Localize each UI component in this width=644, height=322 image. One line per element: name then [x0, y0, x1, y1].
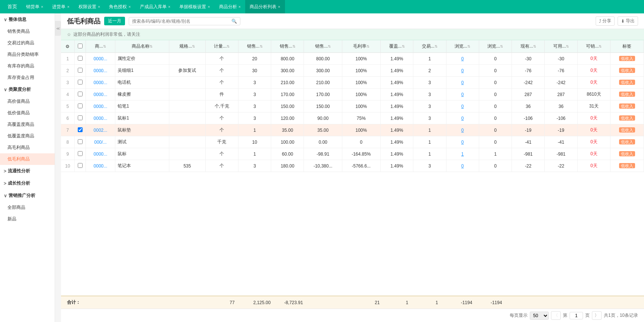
search-input[interactable] [132, 19, 231, 24]
sidebar-group-marketing[interactable]: ∨ 营销推广分析 [0, 189, 55, 202]
sidebar-item-high-coverage[interactable]: 高覆盖度商品 [0, 119, 55, 130]
nav-role-auth[interactable]: 角色授权 × [105, 0, 135, 13]
row-view1[interactable]: 0 [446, 77, 479, 89]
sidebar-group-growth[interactable]: > 成长性分析 [0, 177, 55, 189]
per-page-select[interactable]: 50 100 200 [530, 312, 549, 320]
page-input[interactable] [570, 312, 583, 319]
unit-col-header[interactable]: 计量...⇅ [205, 40, 238, 53]
row-view1[interactable]: 0 [446, 136, 479, 148]
prev-page-button[interactable]: 〈 [551, 311, 561, 320]
sidebar-item-high-value[interactable]: 高价值商品 [0, 96, 55, 107]
select-all-checkbox[interactable] [78, 44, 83, 48]
row-sales-qty: 3 [238, 77, 271, 89]
row-select-checkbox[interactable] [78, 139, 83, 144]
close-template-tab[interactable]: × [208, 4, 210, 9]
row-select-checkbox[interactable] [78, 115, 83, 120]
sidebar-item-new-goods[interactable]: 新品 [0, 213, 55, 225]
row-checkbox[interactable] [74, 112, 86, 124]
row-view1[interactable]: 0 [446, 101, 479, 112]
sales-price-col-header[interactable]: 销售...⇅ [271, 40, 304, 53]
nav-sales[interactable]: 销货单 × [22, 0, 48, 13]
share-button[interactable]: ⤴ 分享 [596, 16, 615, 26]
row-name: 铅笔1 [115, 101, 169, 112]
row-checkbox[interactable] [74, 148, 86, 160]
sales-amount-col-header[interactable]: 销售...⇅ [304, 40, 342, 53]
row-view1[interactable]: 0 [446, 53, 479, 65]
code-col-header[interactable]: 商...⇅ [86, 40, 115, 53]
row-checkbox[interactable] [74, 77, 86, 89]
row-checkbox[interactable] [74, 89, 86, 101]
nav-product-stock[interactable]: 产成品入库单 × [135, 0, 175, 13]
table-row: 8 000/... 测试 千克 10 100.00 0.00 0 1.49% 1… [61, 136, 644, 148]
name-col-header[interactable]: 商品名称⇅ [115, 40, 169, 53]
row-sales-amount: 170.00 [304, 89, 342, 101]
sidebar-item-inventory-capital[interactable]: 库存资金占用 [0, 72, 55, 83]
row-checkbox[interactable] [74, 160, 86, 172]
row-view1[interactable]: 0 [446, 124, 479, 136]
nav-template[interactable]: 单据模板设置 × [175, 0, 214, 13]
row-checkbox[interactable] [74, 101, 86, 112]
sidebar-item-traded-goods[interactable]: 交易过的商品 [0, 37, 55, 49]
nav-goods-analysis[interactable]: 商品分析 × [215, 0, 245, 13]
row-view1[interactable]: 0 [446, 65, 479, 77]
close-permissions-tab[interactable]: × [98, 4, 100, 9]
close-role-tab[interactable]: × [128, 4, 131, 9]
row-select-checkbox[interactable] [78, 56, 83, 61]
sidebar-group-cluster[interactable]: ∨ 类聚度分析 [0, 83, 55, 96]
nav-goods-analysis-list[interactable]: 商品分析列表 × [245, 0, 285, 13]
view2-col-header[interactable]: 浏览...⇅ [479, 40, 512, 53]
row-view1[interactable]: 1 [446, 148, 479, 160]
sidebar-collapse-button[interactable]: ≪ [55, 21, 61, 36]
sidebar-item-category-rate[interactable]: 商品分类助销率 [0, 49, 55, 60]
spec-col-header[interactable]: 规格...⇅ [169, 40, 205, 53]
close-purchase-tab[interactable]: × [67, 4, 69, 9]
sales-qty-col-header[interactable]: 销售...⇅ [238, 40, 271, 53]
settings-col-header[interactable]: ⚙ [61, 40, 74, 53]
next-page-button[interactable]: 〉 [592, 311, 602, 320]
row-select-checkbox[interactable] [78, 127, 83, 132]
nav-purchase[interactable]: 进货单 × [48, 0, 74, 13]
sidebar-item-sales-goods[interactable]: 销售类商品 [0, 26, 55, 37]
current-col-header[interactable]: 现有...⇅ [512, 40, 545, 53]
sort-icon: ⇅ [435, 44, 438, 48]
nav-permissions[interactable]: 权限设置 × [74, 0, 105, 13]
row-checkbox[interactable] [74, 124, 86, 136]
close-goods-analysis-list-tab[interactable]: × [278, 4, 280, 9]
time-filter-button[interactable]: 近一月 [104, 17, 125, 25]
row-select-checkbox[interactable] [78, 163, 83, 168]
sidebar-item-low-coverage[interactable]: 低覆盖度商品 [0, 130, 55, 142]
available-col-header[interactable]: 可用...⇅ [545, 40, 577, 53]
row-select-checkbox[interactable] [78, 92, 83, 96]
row-select-checkbox[interactable] [78, 80, 83, 85]
coverage-col-header[interactable]: 覆盖...⇅ [380, 40, 413, 53]
row-checkbox[interactable] [74, 65, 86, 77]
row-view1[interactable]: 0 [446, 160, 479, 172]
row-checkbox[interactable] [74, 53, 86, 65]
row-view1[interactable]: 0 [446, 89, 479, 101]
row-view1[interactable]: 0 [446, 112, 479, 124]
row-select-checkbox[interactable] [78, 103, 83, 108]
sidebar-item-high-margin[interactable]: 高毛利商品 [0, 142, 55, 153]
trade-col-header[interactable]: 交易...⇅ [413, 40, 446, 53]
gross-margin-col-header[interactable]: 毛利率⇅ [342, 40, 380, 53]
row-select-checkbox[interactable] [78, 68, 83, 73]
row-select-checkbox[interactable] [78, 151, 83, 156]
row-checkbox[interactable] [74, 136, 86, 148]
sidebar-item-low-margin[interactable]: 低毛利商品 [0, 153, 55, 165]
sidebar-group-overall[interactable]: ∨ 整体信息 [0, 13, 55, 26]
tag-col-header[interactable]: 标签 [610, 40, 644, 53]
checkbox-col-header[interactable] [74, 40, 86, 53]
view1-col-header[interactable]: 浏览...⇅ [446, 40, 479, 53]
search-icon[interactable]: 🔍 [231, 19, 237, 24]
nav-home[interactable]: 首页 [3, 0, 22, 13]
sidebar-item-all-goods[interactable]: 全部商品 [0, 202, 55, 213]
close-product-stock-tab[interactable]: × [168, 4, 170, 9]
sidebar-item-stocked-goods[interactable]: 有库存的商品 [0, 60, 55, 72]
close-sales-tab[interactable]: × [41, 4, 43, 9]
saleable-col-header[interactable]: 可销...⇅ [577, 40, 610, 53]
export-button[interactable]: ⬇ 导出 [618, 16, 638, 26]
sidebar-group-circulation[interactable]: > 流通性分析 [0, 165, 55, 177]
close-goods-analysis-tab[interactable]: × [238, 4, 241, 9]
sidebar-item-low-value[interactable]: 低价值商品 [0, 107, 55, 119]
notice-text: 这部分商品的利润非常低，请关注 [73, 31, 140, 38]
